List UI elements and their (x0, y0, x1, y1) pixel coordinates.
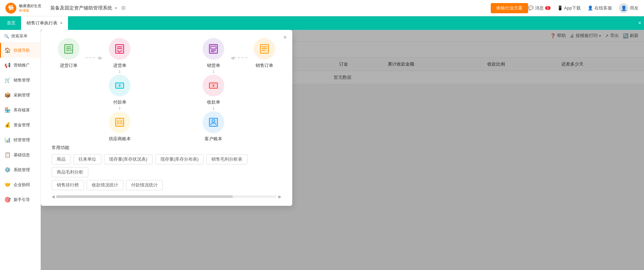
content-area: ❓ 帮助 🖨 按模板打印 ▾ ↗ 导出 🔄 刷新 📅 单据状态 (41, 30, 644, 270)
cf-buttons-row2: 销售排行榜 收款情况统计 付款情况统计 (52, 180, 281, 190)
flow-node-purchase-bill[interactable]: 进货单 (103, 38, 137, 69)
cf-btn-goods-margin[interactable]: 商品毛利分析 (52, 167, 88, 177)
flow-row-2: ↓ ↓ (52, 67, 281, 75)
message-icon: 💬 (528, 5, 534, 11)
flow-node-supplier-ledger[interactable]: 供应商账本 (103, 111, 137, 142)
tab-home[interactable]: 首页 (1, 16, 21, 30)
sales-bill-circle (203, 38, 224, 60)
sales-label: 销售管理 (14, 77, 30, 83)
svg-text:¥: ¥ (212, 84, 214, 88)
system-title-dropdown[interactable]: ▾ (115, 6, 117, 11)
sidebar-item-sales[interactable]: 🛒 销售管理 (0, 73, 40, 88)
settings-icon[interactable]: ⚙ (121, 5, 126, 11)
inventory-icon: 🏪 (4, 107, 11, 113)
inventory-label: 库存核算 (14, 107, 30, 113)
tab-home-label: 首页 (7, 20, 16, 26)
sidebar-item-quick-nav[interactable]: 🏠 快捷导航 (0, 43, 40, 58)
sidebar-item-operations[interactable]: 📊 经营管理 (0, 132, 40, 147)
app-download-action[interactable]: 📱 App下载 (557, 5, 581, 11)
flow-node-sales-bill[interactable]: 销货单 (196, 38, 230, 69)
logo-line2: 标准版 (19, 8, 41, 13)
sidebar-item-inventory[interactable]: 🏪 库存核算 (0, 103, 40, 118)
purchase-icon: 📦 (4, 92, 11, 98)
cf-buttons-row1: 商品 往来单位 现存量(库存状况表) 现存量(库存分布表) 销售毛利分析表 商品… (52, 154, 281, 177)
flow-node-sales-order[interactable]: 销售订单 (247, 38, 281, 69)
tab-bar: 首页 销售订单执行表 × × (0, 16, 644, 30)
sidebar-item-basic-info[interactable]: 📋 基础信息 (0, 147, 40, 162)
sidebar-item-enterprise[interactable]: 🤝 企业协同 (0, 177, 40, 192)
app-download-label: App下载 (564, 5, 581, 11)
down-arrow-2: ↓ (212, 68, 215, 74)
cf-btn-goods[interactable]: 商品 (52, 154, 71, 164)
logo-icon: 畅 (5, 3, 16, 14)
tab-sales-order-close[interactable]: × (60, 21, 63, 25)
cf-btn-stock-status[interactable]: 现存量(库存状况表) (104, 154, 153, 164)
purchase-label: 采购管理 (14, 92, 30, 98)
message-action[interactable]: 💬 消息 6 (528, 5, 551, 11)
cf-btn-contacts[interactable]: 往来单位 (73, 154, 101, 164)
tab-bar-close-btn[interactable]: × (638, 20, 641, 26)
online-service-label: 在线客服 (594, 5, 612, 11)
newbie-icon: 🎯 (4, 196, 11, 203)
search-menu-item[interactable]: 🔍 搜索菜单 (0, 30, 40, 43)
scrollbar-left-btn[interactable]: ◀ (52, 194, 55, 199)
quick-nav-label: 快捷导航 (14, 48, 30, 53)
flow-node-payment-bill[interactable]: ¥ 付款单 (103, 75, 137, 105)
tab-sales-order[interactable]: 销售订单执行表 × (21, 16, 68, 30)
sidebar-item-finance[interactable]: 💰 资金管理 (0, 118, 40, 132)
flow-node-purchase-order[interactable]: 进货订单 (52, 38, 86, 69)
common-functions: 常用功能 商品 往来单位 现存量(库存状况表) 现存量(库存分布表) 销售毛利分… (52, 145, 281, 190)
cf-btn-stock-dist[interactable]: 现存量(库存分布表) (155, 154, 204, 164)
system-label: 系统管理 (14, 167, 30, 173)
header-right: 💬 消息 6 📱 App下载 👤 在线客服 👤 用友 (528, 3, 639, 13)
sidebar-item-newbie[interactable]: 🎯 新手引导 (0, 192, 40, 207)
main-layout: 🔍 搜索菜单 🏠 快捷导航 📢 营销推广 🛒 销售管理 📦 采购管理 🏪 库存核… (0, 30, 644, 270)
user-label: 用友 (630, 5, 639, 11)
arrow-2: ◀ (230, 55, 247, 60)
logo-line1: 畅康通好生意 (19, 3, 41, 8)
finance-label: 资金管理 (14, 122, 30, 128)
search-icon: 🔍 (4, 34, 9, 39)
purchase-order-circle (58, 38, 80, 60)
basic-info-icon: 📋 (4, 151, 11, 158)
flow-row-3: ¥ 付款单 ¥ (52, 75, 281, 105)
receipt-circle: ¥ (203, 75, 224, 96)
scrollbar-track[interactable] (56, 195, 277, 198)
logo-text: 畅康通好生意 标准版 (19, 3, 41, 13)
flow-node-customer-ledger[interactable]: 客户账本 (196, 111, 230, 142)
purchase-bill-circle (109, 38, 130, 60)
system-title: 装备及固定资产辅助管理系统 (50, 5, 112, 11)
flow-down-4: ↓ (196, 104, 230, 111)
online-service-action[interactable]: 👤 在线客服 (588, 5, 612, 11)
cf-btn-receipt-stats[interactable]: 收款情况统计 (87, 180, 123, 190)
tab-sales-order-label: 销售订单执行表 (27, 20, 57, 26)
experience-btn[interactable]: 体验行业方案 (491, 3, 528, 13)
scrollbar-right-btn[interactable]: ▶ (278, 194, 281, 199)
svg-text:¥: ¥ (119, 84, 121, 88)
flow-row-4: ↓ ↓ (52, 104, 281, 111)
sidebar-item-marketing[interactable]: 📢 营销推广 (0, 58, 40, 73)
search-menu-label: 搜索菜单 (11, 33, 28, 39)
user-avatar: 👤 (619, 3, 628, 13)
basic-info-label: 基础信息 (14, 152, 30, 158)
modal-close-btn[interactable]: × (283, 34, 287, 41)
down-arrow-4: ↓ (212, 105, 215, 111)
cf-btn-sales-rank[interactable]: 销售排行榜 (52, 180, 84, 190)
system-title-area: 装备及固定资产辅助管理系统 ▾ ⚙ (50, 5, 487, 11)
flow-node-receipt-bill[interactable]: ¥ 收款单 (196, 75, 230, 105)
user-area[interactable]: 👤 用友 (619, 3, 639, 13)
top-header: 畅 畅康通好生意 标准版 装备及固定资产辅助管理系统 ▾ ⚙ 体验行业方案 💬 … (0, 0, 644, 16)
finance-icon: 💰 (4, 122, 11, 128)
logo-area: 畅 畅康通好生意 标准版 (5, 3, 46, 14)
supplier-ledger-label: 供应商账本 (109, 136, 131, 142)
active-bar (0, 43, 1, 58)
customer-ledger-label: 客户账本 (205, 136, 222, 142)
system-icon: ⚙️ (4, 166, 11, 173)
payment-circle: ¥ (109, 75, 130, 96)
scrollbar-thumb (56, 195, 233, 198)
sidebar-item-purchase[interactable]: 📦 采购管理 (0, 88, 40, 103)
cf-btn-payment-stats[interactable]: 付款情况统计 (126, 180, 163, 190)
flow-row-5: 供应商账本 (52, 111, 281, 142)
cf-btn-sales-margin[interactable]: 销售毛利分析表 (206, 154, 247, 164)
sidebar-item-system[interactable]: ⚙️ 系统管理 (0, 162, 40, 177)
